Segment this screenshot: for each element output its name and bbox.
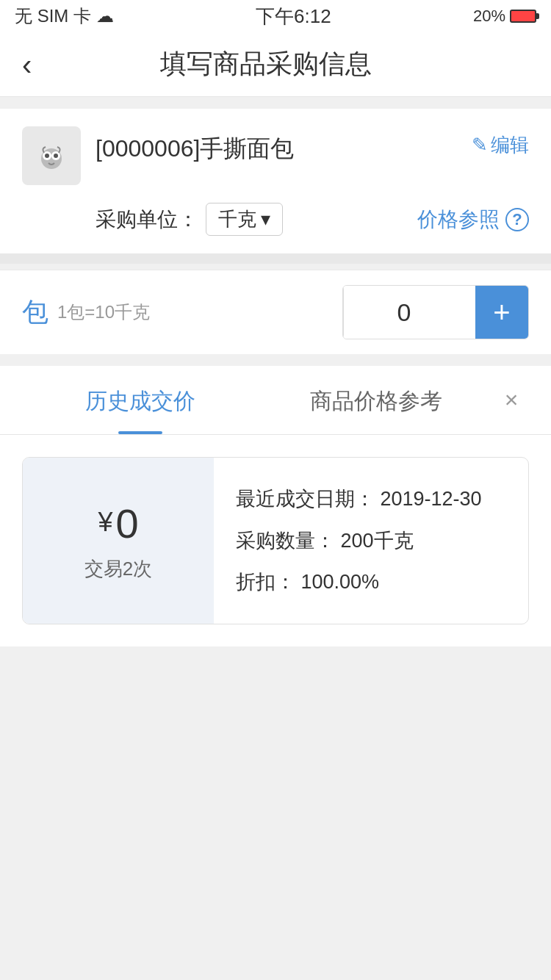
price-card: ¥ 0 交易2次 最近成交日期： 2019-12-30 采购数量： 200千克 … — [22, 457, 529, 624]
product-row-bottom: 采购单位： 千克 ▾ 价格参照 ? — [22, 203, 529, 236]
svg-point-3 — [45, 154, 49, 158]
price-card-left: ¥ 0 交易2次 — [23, 458, 214, 624]
tabs-header: 历史成交价 商品价格参考 × — [0, 366, 551, 435]
product-row-top: [0000006]手撕面包 ✎ 编辑 — [22, 126, 529, 185]
price-card-right: 最近成交日期： 2019-12-30 采购数量： 200千克 折扣： 100.0… — [214, 458, 528, 624]
info-icon: ? — [505, 208, 529, 231]
currency-symbol: ¥ — [98, 500, 112, 538]
tabs-section: 历史成交价 商品价格参考 × ¥ 0 交易2次 最近成交日期： 2019-12-… — [0, 366, 551, 646]
quantity-conversion-note: 1包=10千克 — [57, 300, 150, 324]
tab-product-price-ref[interactable]: 商品价格参考 — [258, 366, 494, 434]
edit-icon: ✎ — [472, 134, 488, 156]
recent-date-row: 最近成交日期： 2019-12-30 — [236, 484, 506, 514]
discount-value: 100.00% — [301, 571, 380, 593]
recent-date-label: 最近成交日期： — [236, 488, 375, 510]
quantity-controls: + — [342, 285, 529, 339]
status-bar: 无 SIM 卡 ☁ 下午6:12 20% — [0, 0, 551, 32]
product-card: [0000006]手撕面包 ✎ 编辑 采购单位： 千克 ▾ 价格参照 ? — [0, 109, 551, 253]
quantity-plus-button[interactable]: + — [475, 286, 528, 339]
tab-close-button[interactable]: × — [494, 383, 529, 418]
edit-button[interactable]: ✎ 编辑 — [472, 126, 529, 158]
page-title: 填写商品采购信息 — [46, 46, 485, 82]
price-cards-container: ¥ 0 交易2次 最近成交日期： 2019-12-30 采购数量： 200千克 … — [0, 435, 551, 646]
product-thumbnail — [22, 126, 81, 185]
price-ref-label: 价格参照 — [417, 206, 500, 234]
purchase-qty-label: 采购数量： — [236, 530, 335, 552]
purchase-unit: 采购单位： 千克 ▾ — [96, 203, 283, 236]
network-label: 无 SIM 卡 ☁ — [15, 4, 114, 28]
purchase-qty-value: 200千克 — [341, 530, 414, 552]
purchase-qty-row: 采购数量： 200千克 — [236, 526, 506, 556]
product-name: [0000006]手撕面包 — [96, 126, 294, 165]
owl-logo-icon — [34, 138, 69, 173]
unit-select-dropdown[interactable]: 千克 ▾ — [206, 203, 283, 236]
edit-label: 编辑 — [491, 132, 529, 158]
price-transactions: 交易2次 — [84, 556, 152, 582]
status-left: 无 SIM 卡 ☁ — [15, 4, 114, 28]
dropdown-arrow-icon: ▾ — [261, 208, 270, 231]
price-value: 0 — [115, 500, 138, 547]
nav-bar: ‹ 填写商品采购信息 — [0, 32, 551, 97]
quantity-unit-label: 包 — [22, 295, 48, 331]
tab-history-price[interactable]: 历史成交价 — [22, 366, 258, 434]
price-amount: ¥ 0 — [98, 500, 138, 547]
battery-icon — [510, 10, 536, 23]
quantity-section: 包 1包=10千克 + — [0, 270, 551, 354]
status-time: 下午6:12 — [256, 4, 331, 29]
back-button[interactable]: ‹ — [22, 50, 32, 79]
battery-percent: 20% — [473, 7, 505, 26]
price-reference-button[interactable]: 价格参照 ? — [417, 206, 529, 234]
divider-strip — [0, 253, 551, 264]
discount-label: 折扣： — [236, 571, 295, 593]
quantity-row: 包 1包=10千克 + — [0, 270, 551, 354]
svg-point-4 — [54, 154, 58, 158]
discount-row: 折扣： 100.00% — [236, 567, 506, 597]
product-left: [0000006]手撕面包 — [22, 126, 294, 185]
recent-date-value: 2019-12-30 — [381, 488, 482, 510]
quantity-input[interactable] — [343, 286, 475, 339]
purchase-unit-label: 采购单位： — [96, 206, 198, 234]
status-right: 20% — [473, 7, 536, 26]
unit-value: 千克 — [218, 206, 256, 232]
quantity-label-wrap: 包 1包=10千克 — [22, 295, 150, 331]
